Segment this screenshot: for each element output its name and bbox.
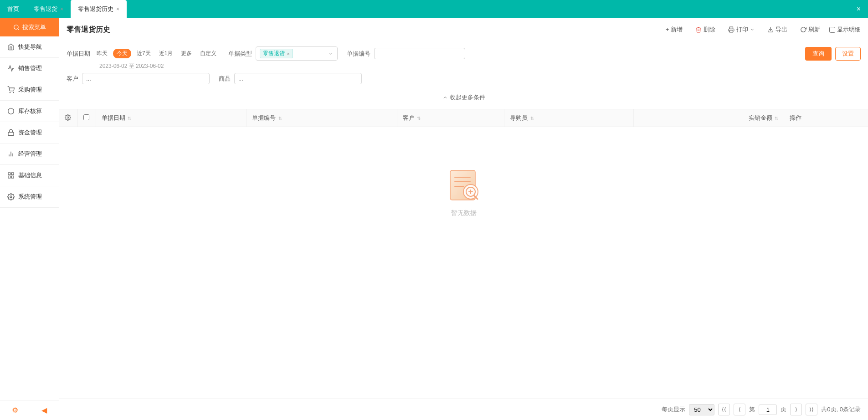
svg-point-2 [10, 92, 10, 92]
data-table-container: 单据日期 ⇅ 单据编号 ⇅ 客户 ⇅ 导购员 ⇅ [59, 109, 868, 399]
customer-filter-item: 客户 [67, 73, 210, 84]
th-checkbox[interactable] [77, 109, 96, 127]
doc-type-filter-item: 单据类型 零售退货 × [228, 46, 338, 61]
top-tabs: 首页 零售退货 × 零售退货历史 × [0, 0, 849, 18]
delete-button[interactable]: 删除 [692, 24, 719, 36]
doc-type-tag-close[interactable]: × [287, 51, 289, 56]
total-info: 共0页, 0条记录 [821, 405, 861, 414]
svg-rect-11 [8, 176, 10, 178]
window-close-button[interactable]: × [849, 5, 868, 13]
collapse-button[interactable]: 收起更多条件 [442, 91, 485, 105]
home-icon [7, 43, 15, 51]
collapse-sidebar-btn[interactable]: ◀ [41, 406, 47, 415]
sidebar-search[interactable]: 搜索菜单 [0, 18, 59, 36]
date-btn-more[interactable]: 更多 [178, 49, 195, 58]
print-icon [728, 26, 734, 33]
doc-type-select[interactable]: 零售退货 × [256, 46, 338, 61]
empty-text: 暂无数据 [451, 209, 477, 217]
tab-retail-return-history[interactable]: 零售退货历史 × [71, 0, 127, 18]
tab-retail-return[interactable]: 零售退货 × [26, 0, 71, 18]
svg-point-12 [10, 196, 12, 198]
select-all-checkbox[interactable] [83, 114, 89, 120]
svg-rect-13 [730, 30, 733, 32]
sidebar-item-ops-mgmt[interactable]: 经营管理 [0, 143, 59, 165]
chart-icon [7, 65, 15, 72]
th-customer[interactable]: 客户 ⇅ [397, 109, 504, 127]
page-size-label: 每页显示 [662, 405, 685, 414]
sort-icon-guide: ⇅ [530, 116, 534, 121]
page-size-select[interactable]: 10 20 50 100 [689, 404, 714, 415]
page-header: 零售退货历史 + 新增 删除 打印 [59, 18, 868, 109]
empty-state: 暂无数据 [59, 127, 868, 254]
sidebar-item-finance[interactable]: 资金管理 [0, 122, 59, 143]
add-button[interactable]: + 新增 [662, 24, 686, 36]
empty-illustration [441, 164, 487, 209]
date-btn-custom[interactable]: 自定义 [197, 49, 219, 58]
empty-row: 暂无数据 [59, 127, 868, 254]
th-settings[interactable] [59, 109, 77, 127]
pagination-bar: 每页显示 10 20 50 100 ⟨⟨ ⟨ 第 页 ⟩ ⟩⟩ 共0页, 0条记… [59, 399, 868, 420]
page-header-top: 零售退货历史 + 新增 删除 打印 [67, 24, 861, 36]
page-number-input[interactable] [759, 405, 777, 415]
collapse-icon [442, 95, 448, 100]
goods-filter-item: 商品 [219, 73, 362, 84]
data-table: 单据日期 ⇅ 单据编号 ⇅ 客户 ⇅ 导购员 ⇅ [59, 109, 868, 254]
svg-point-0 [14, 25, 18, 29]
svg-rect-4 [8, 132, 14, 135]
column-settings-icon[interactable] [65, 114, 71, 121]
svg-rect-10 [11, 176, 14, 178]
filter-row-2: 客户 商品 [67, 73, 861, 84]
table-header-row: 单据日期 ⇅ 单据编号 ⇅ 客户 ⇅ 导购员 ⇅ [59, 109, 868, 127]
th-guide[interactable]: 导购员 ⇅ [504, 109, 633, 127]
content-area: 零售退货历史 + 新增 删除 打印 [59, 18, 868, 420]
date-btn-last7[interactable]: 近7天 [134, 49, 154, 58]
date-btn-yesterday[interactable]: 昨天 [94, 49, 110, 58]
next-page-button[interactable]: ⟩ [790, 404, 802, 415]
sidebar-item-inventory[interactable]: 库存核算 [0, 101, 59, 122]
doc-number-filter-item: 单据编号 [347, 48, 465, 59]
customer-input[interactable] [82, 73, 210, 84]
settings-filter-button[interactable]: 设置 [835, 47, 861, 61]
sort-icon-number: ⇅ [278, 116, 282, 121]
page-title: 零售退货历史 [67, 25, 110, 35]
page-word: 第 [749, 405, 755, 414]
date-filter-buttons: 昨天 今天 近7天 近1月 更多 自定义 [94, 49, 219, 58]
tab-home[interactable]: 首页 [0, 0, 26, 18]
th-amount[interactable]: 实销金额 ⇅ [633, 109, 784, 127]
sidebar-item-basic-info[interactable]: 基础信息 [0, 165, 59, 186]
prev-page-button[interactable]: ⟨ [734, 404, 745, 415]
last-page-button[interactable]: ⟩⟩ [806, 404, 817, 415]
query-button[interactable]: 查询 [805, 47, 832, 61]
sort-icon-customer: ⇅ [417, 116, 421, 121]
tab-retail-return-history-close[interactable]: × [116, 6, 119, 12]
doc-type-dropdown-icon [328, 51, 334, 56]
th-date[interactable]: 单据日期 ⇅ [96, 109, 247, 127]
sidebar-item-sales-mgmt[interactable]: 销售管理 [0, 58, 59, 79]
svg-point-3 [13, 92, 14, 92]
bar-icon [7, 150, 15, 158]
show-detail-checkbox-label[interactable]: 显示明细 [829, 26, 861, 34]
filter-area: 单据日期 昨天 今天 近7天 近1月 更多 自定义 单据类型 [67, 41, 861, 109]
sidebar-item-sys-mgmt[interactable]: 系统管理 [0, 186, 59, 208]
settings-bottom-btn[interactable]: ⚙ [12, 406, 18, 415]
sidebar-item-purchase-mgmt[interactable]: 采购管理 [0, 79, 59, 101]
export-button[interactable]: 导出 [764, 24, 791, 36]
lock-icon [7, 129, 15, 136]
svg-rect-9 [11, 173, 14, 175]
doc-number-input[interactable] [374, 48, 465, 59]
date-btn-last1month[interactable]: 近1月 [156, 49, 176, 58]
th-number[interactable]: 单据编号 ⇅ [247, 109, 397, 127]
show-detail-checkbox[interactable] [829, 27, 835, 33]
goods-input[interactable] [234, 73, 362, 84]
print-button[interactable]: 打印 [724, 24, 758, 36]
tab-retail-return-close[interactable]: × [60, 6, 63, 12]
first-page-button[interactable]: ⟨⟨ [718, 404, 730, 415]
sidebar: 搜索菜单 快捷导航 销售管理 采购管理 库存核算 资金管理 经营管理 基础信 [0, 18, 59, 420]
top-bar: 首页 零售退货 × 零售退货历史 × × [0, 0, 868, 18]
date-btn-today[interactable]: 今天 [113, 49, 131, 58]
refresh-button[interactable]: 刷新 [796, 24, 824, 36]
sidebar-item-quick-nav[interactable]: 快捷导航 [0, 36, 59, 58]
sort-icon-date: ⇅ [128, 116, 131, 121]
doc-type-tag: 零售退货 × [260, 49, 293, 58]
date-range-display: 2023-06-02 至 2023-06-02 [99, 63, 164, 69]
